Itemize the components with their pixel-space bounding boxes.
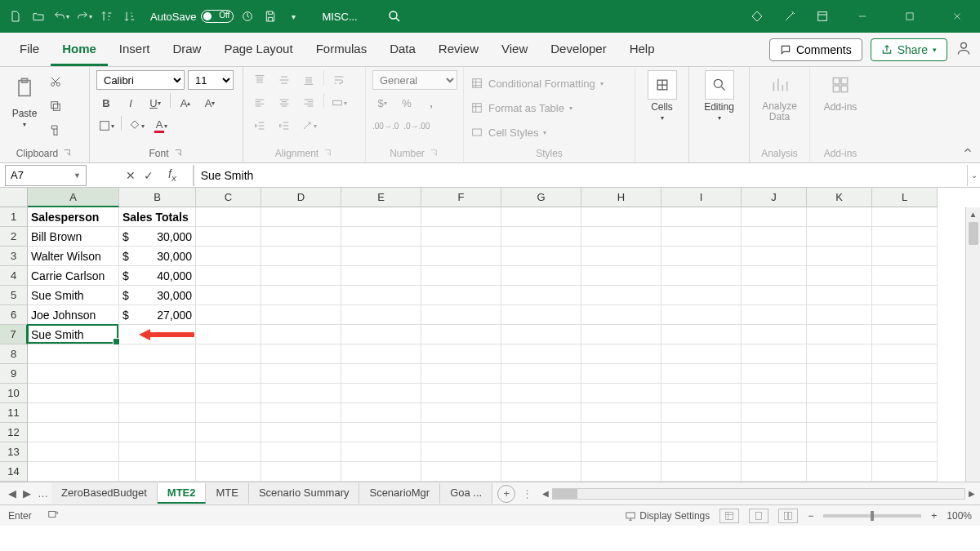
cell[interactable] [261,384,341,403]
cell[interactable] [581,227,662,247]
cell[interactable] [872,364,938,384]
cell[interactable]: $27,000 [119,305,196,325]
row-header[interactable]: 8 [0,344,28,364]
cell[interactable] [421,364,501,384]
cell[interactable] [581,384,662,403]
tab-draw[interactable]: Draw [161,35,212,66]
cell[interactable] [501,423,581,442]
column-header[interactable]: J [742,188,807,207]
cell[interactable] [119,423,196,442]
cell[interactable] [742,266,807,286]
cell[interactable] [501,247,581,266]
cell[interactable] [807,442,872,462]
cell[interactable] [807,384,872,403]
cell[interactable] [581,286,662,305]
cell[interactable] [662,207,742,227]
cell[interactable] [28,344,119,364]
comments-button[interactable]: Comments [769,38,862,61]
column-header[interactable]: G [501,188,581,207]
cell[interactable] [261,266,341,286]
cell[interactable] [807,325,872,344]
cell[interactable] [501,266,581,286]
column-header[interactable]: K [807,188,872,207]
cell[interactable] [421,247,501,266]
bold-button[interactable]: B [96,93,116,113]
sheet-nav-next-icon[interactable]: ▶ [20,487,34,500]
increase-font-icon[interactable]: A▴ [176,93,195,113]
cancel-formula-icon[interactable]: ✕ [126,169,136,182]
cell[interactable] [341,462,421,482]
cell[interactable] [807,247,872,266]
cell[interactable] [581,247,662,266]
collapse-ribbon-icon[interactable] [962,144,973,159]
cell[interactable] [807,266,872,286]
cell[interactable] [662,227,742,247]
cell[interactable] [341,364,421,384]
cell[interactable] [662,423,742,442]
sheet-tab[interactable]: MTE2 [158,483,207,504]
cell[interactable] [261,364,341,384]
autosave-toggle[interactable]: AutoSave Off [150,10,234,23]
cell[interactable] [742,227,807,247]
cell[interactable] [742,364,807,384]
cell[interactable] [28,462,119,482]
cell[interactable] [581,266,662,286]
cell[interactable]: Salesperson [28,207,119,227]
cell[interactable] [581,325,662,344]
font-color-button[interactable]: A▾ [151,116,171,136]
hscroll-left-icon[interactable]: ◀ [542,489,549,498]
cell[interactable] [119,462,196,482]
alignment-launcher-icon[interactable] [322,148,333,159]
new-file-icon[interactable] [7,7,24,25]
cell[interactable]: $30,000 [119,286,196,305]
cell[interactable] [501,364,581,384]
cell[interactable]: Walter Wilson [28,247,119,266]
cell[interactable] [341,286,421,305]
cell[interactable] [119,344,196,364]
cell[interactable]: $30,000 [119,247,196,266]
cell[interactable] [662,305,742,325]
cell[interactable] [807,207,872,227]
sheet-nav-prev-icon[interactable]: ◀ [5,487,20,500]
zoom-slider[interactable] [823,514,921,518]
cell[interactable] [341,227,421,247]
cell[interactable]: Joe Johnson [28,305,119,325]
column-header[interactable]: E [341,188,421,207]
cell[interactable] [341,266,421,286]
sheet-nav-more-icon[interactable]: … [34,487,51,500]
decrease-font-icon[interactable]: A▾ [200,93,220,113]
cell[interactable] [742,423,807,442]
cell[interactable] [742,325,807,344]
cell[interactable] [662,325,742,344]
font-size-select[interactable]: 11 [188,70,234,90]
expand-formula-bar-icon[interactable]: ⌄ [967,165,980,186]
cell[interactable] [872,286,938,305]
cell[interactable] [261,344,341,364]
cell[interactable] [421,305,501,325]
row-header[interactable]: 4 [0,266,28,286]
cell[interactable] [421,344,501,364]
cell[interactable] [872,344,938,364]
row-header[interactable]: 10 [0,384,28,403]
cell[interactable] [662,384,742,403]
hscroll-right-icon[interactable]: ▶ [969,489,975,498]
display-settings-button[interactable]: Display Settings [625,510,710,522]
cell[interactable] [581,442,662,462]
cell[interactable] [807,286,872,305]
cell[interactable] [807,364,872,384]
zoom-in-icon[interactable]: + [931,510,937,522]
cell[interactable] [872,403,938,423]
cell[interactable] [662,403,742,423]
cell[interactable] [581,462,662,482]
cell[interactable] [196,442,261,462]
cell[interactable] [341,423,421,442]
cell[interactable] [581,423,662,442]
cell[interactable] [872,305,938,325]
add-sheet-button[interactable]: + [497,485,515,503]
cell[interactable] [581,344,662,364]
cell[interactable] [807,305,872,325]
cell[interactable] [872,207,938,227]
cell[interactable]: Sue Smith [28,286,119,305]
cell[interactable] [196,286,261,305]
cell[interactable] [872,423,938,442]
